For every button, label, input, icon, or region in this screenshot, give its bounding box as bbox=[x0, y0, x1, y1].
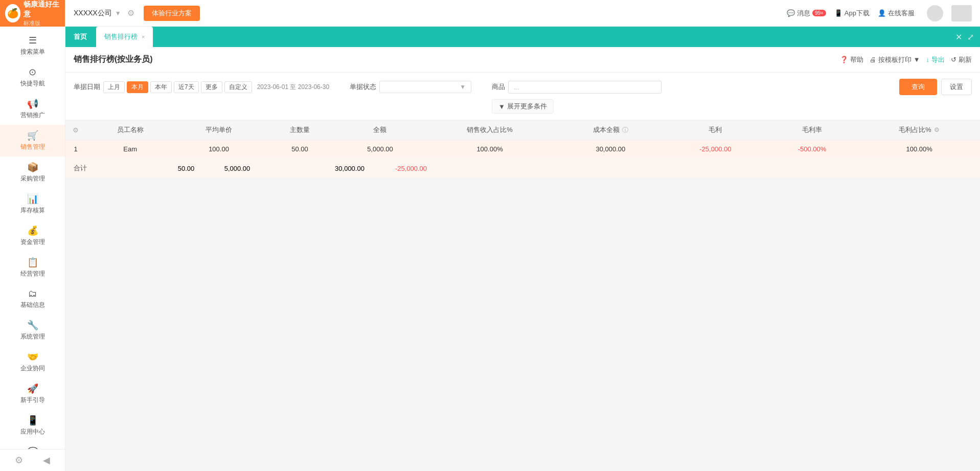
marketing-icon: 📢 bbox=[27, 98, 38, 109]
sidebar-item-finance[interactable]: 💰 资金管理 bbox=[0, 220, 65, 252]
table-cell: 50.00 bbox=[263, 140, 337, 159]
user-avatar[interactable] bbox=[927, 5, 943, 21]
column-settings-icon[interactable]: ⚙ bbox=[73, 126, 79, 134]
table-cell: 5,000.00 bbox=[336, 140, 423, 159]
purchase-icon: 📦 bbox=[27, 162, 38, 173]
tab-expand-icon[interactable]: ⤢ bbox=[967, 32, 974, 42]
help-btn[interactable]: ❓ 帮助 bbox=[840, 55, 863, 64]
filter-row-1: 单据日期 上月 本月 本年 近7天 更多 自定义 2023-06-01 至 20… bbox=[74, 79, 972, 95]
filter-more-row: ▼ 展开更多条件 bbox=[74, 99, 972, 114]
goods-filter-label: 商品 bbox=[492, 82, 505, 92]
sidebar: 🍊 畅康通好生意 标准版 ☰ 搜索菜单 ⊙ 快捷导航 📢 营销推广 🛒 销售管理… bbox=[0, 0, 65, 471]
tab-close-icon[interactable]: × bbox=[142, 34, 145, 40]
sidebar-item-marketing[interactable]: 📢 营销推广 bbox=[0, 93, 65, 125]
enterprise-icon: 🤝 bbox=[27, 351, 38, 363]
tab-home[interactable]: 首页 bbox=[65, 27, 95, 47]
table-cell: 100.00% bbox=[858, 140, 980, 159]
export-btn[interactable]: ↓ 导出 bbox=[926, 55, 945, 64]
goods-select[interactable]: ... bbox=[508, 81, 662, 94]
trial-button[interactable]: 体验行业方案 bbox=[144, 6, 200, 21]
col-employee: 员工名称 bbox=[86, 120, 174, 140]
company-dropdown-arrow: ▼ bbox=[115, 10, 121, 17]
sidebar-item-quick-nav[interactable]: ⊙ 快捷导航 bbox=[0, 61, 65, 93]
app-download-btn[interactable]: 📱 App下载 bbox=[834, 9, 870, 18]
status-filter: 单据状态 ▼ bbox=[350, 81, 471, 93]
sidebar-item-inventory[interactable]: 📊 库存核算 bbox=[0, 188, 65, 220]
sidebar-item-basic-info[interactable]: 🗂 基础信息 bbox=[0, 283, 65, 315]
cost-info-icon[interactable]: ⓘ bbox=[622, 126, 628, 133]
status-select[interactable]: ▼ bbox=[379, 81, 471, 93]
goods-filter: 商品 ... bbox=[492, 81, 662, 94]
sidebar-settings-btn[interactable]: ⚙ bbox=[15, 455, 23, 466]
table-wrapper: ⚙ 员工名称 平均单价 主数量 全额 销售收入占比% 成本全额 ⓘ 毛利 毛利率… bbox=[65, 120, 980, 159]
online-service-icon: 👤 bbox=[878, 9, 886, 17]
status-filter-label: 单据状态 bbox=[350, 82, 376, 92]
total-row: 合计 50.00 5,000.00 30,000.00 -25,000.00 bbox=[65, 159, 980, 178]
total-label: 合计 bbox=[74, 164, 104, 173]
sidebar-collapse-btn[interactable]: ◀ bbox=[43, 455, 50, 466]
sidebar-item-app-center[interactable]: 📱 应用中心 bbox=[0, 410, 65, 441]
template-print-icon: 🖨 bbox=[870, 56, 876, 63]
table-row: 1Eam100.0050.005,000.00100.00%30,000.00-… bbox=[65, 140, 980, 159]
table-cell: 100.00% bbox=[424, 140, 556, 159]
table-header-row: ⚙ 员工名称 平均单价 主数量 全额 销售收入占比% 成本全额 ⓘ 毛利 毛利率… bbox=[65, 120, 980, 140]
date-range-display: 2023-06-01 至 2023-06-30 bbox=[257, 83, 329, 92]
beginner-icon: 🚀 bbox=[27, 383, 38, 394]
app-center-icon: 📱 bbox=[27, 415, 38, 426]
col-total: 全额 bbox=[336, 120, 423, 140]
date-btn-7days[interactable]: 近7天 bbox=[174, 81, 199, 93]
tab-sales-ranking[interactable]: 销售排行榜 × bbox=[96, 27, 153, 47]
sidebar-item-sales[interactable]: 🛒 销售管理 bbox=[0, 125, 65, 156]
col-settings[interactable]: ⚙ bbox=[65, 120, 86, 140]
col-sales-pct: 销售收入占比% bbox=[424, 120, 556, 140]
chevron-down-icon: ▼ bbox=[498, 103, 505, 110]
tab-right-actions: ✕ ⤢ bbox=[955, 32, 980, 42]
sidebar-item-purchase[interactable]: 📦 采购管理 bbox=[0, 156, 65, 188]
table-cell: -500.00% bbox=[766, 140, 859, 159]
table-cell: 100.00 bbox=[174, 140, 263, 159]
tab-close-all-icon[interactable]: ✕ bbox=[955, 32, 962, 42]
date-btn-prev-month[interactable]: 上月 bbox=[103, 81, 125, 93]
logo-icon: 🍊 bbox=[5, 4, 20, 23]
inventory-icon: 📊 bbox=[27, 193, 38, 205]
logo-text: 畅康通好生意 标准版 bbox=[24, 0, 60, 27]
template-print-arrow: ▼ bbox=[914, 56, 920, 63]
refresh-btn[interactable]: ↺ 刷新 bbox=[951, 55, 972, 64]
sidebar-item-enterprise-wechat[interactable]: 💬 企业微信 bbox=[0, 441, 65, 449]
sidebar-item-operations[interactable]: 📋 经营管理 bbox=[0, 252, 65, 283]
online-service-btn[interactable]: 👤 在线客服 bbox=[878, 9, 915, 18]
template-print-btn[interactable]: 🖨 按模板打印 ▼ bbox=[870, 55, 920, 64]
expand-more-btn[interactable]: ▼ 展开更多条件 bbox=[492, 99, 554, 114]
date-btn-this-year[interactable]: 本年 bbox=[150, 81, 172, 93]
sidebar-item-system[interactable]: 🔧 系统管理 bbox=[0, 315, 65, 346]
sidebar-item-enterprise[interactable]: 🤝 企业协同 bbox=[0, 346, 65, 378]
settings-button[interactable]: 设置 bbox=[941, 79, 972, 95]
gross-pct-info-icon[interactable]: ⚙ bbox=[934, 126, 940, 133]
date-filter: 单据日期 上月 本月 本年 近7天 更多 自定义 2023-06-01 至 20… bbox=[74, 81, 329, 93]
date-btn-more[interactable]: 更多 bbox=[201, 81, 222, 93]
sidebar-bottom: ⚙ ◀ bbox=[0, 449, 65, 471]
filter-area: 单据日期 上月 本月 本年 近7天 更多 自定义 2023-06-01 至 20… bbox=[65, 73, 980, 120]
basic-info-icon: 🗂 bbox=[28, 288, 37, 299]
finance-icon: 💰 bbox=[27, 225, 38, 236]
topbar-right: 💬 消息 99+ 📱 App下载 👤 在线客服 bbox=[787, 5, 972, 21]
query-button[interactable]: 查询 bbox=[899, 79, 937, 95]
date-btn-this-month[interactable]: 本月 bbox=[127, 81, 148, 93]
operations-icon: 📋 bbox=[27, 257, 38, 268]
tabbar: 首页 销售排行榜 × ✕ ⤢ bbox=[65, 27, 980, 47]
search-order-icon: ☰ bbox=[29, 35, 37, 46]
filter-action-btns: 查询 设置 bbox=[899, 79, 972, 95]
topbar-settings-icon[interactable]: ⚙ bbox=[127, 8, 134, 18]
date-btn-custom[interactable]: 自定义 bbox=[224, 81, 252, 93]
col-gross: 毛利 bbox=[665, 120, 766, 140]
table-cell: 1 bbox=[65, 140, 86, 159]
col-gross-pct: 毛利占比% ⚙ bbox=[858, 120, 980, 140]
data-table: ⚙ 员工名称 平均单价 主数量 全额 销售收入占比% 成本全额 ⓘ 毛利 毛利率… bbox=[65, 120, 980, 159]
message-icon: 💬 bbox=[787, 9, 795, 17]
sidebar-item-search-order[interactable]: ☰ 搜索菜单 bbox=[0, 30, 65, 61]
col-gross-rate: 毛利率 bbox=[766, 120, 859, 140]
message-btn[interactable]: 💬 消息 99+ bbox=[787, 9, 826, 18]
company-selector[interactable]: XXXXX公司 ▼ bbox=[74, 9, 121, 18]
table-cell: -25,000.00 bbox=[665, 140, 766, 159]
sidebar-item-beginner[interactable]: 🚀 新手引导 bbox=[0, 378, 65, 410]
